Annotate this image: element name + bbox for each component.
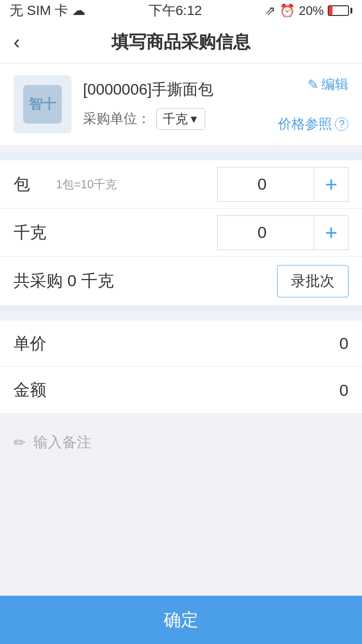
product-image: 智十: [14, 75, 71, 133]
pencil-icon: ✏: [14, 434, 26, 451]
kg-input[interactable]: [217, 215, 314, 250]
unit-select[interactable]: 千克 ▾: [156, 108, 205, 130]
unit-value: 千克: [163, 111, 188, 127]
pack-control: +: [217, 167, 348, 202]
batch-button[interactable]: 录批次: [277, 265, 348, 297]
remark-placeholder: 输入备注: [33, 433, 91, 452]
kg-plus-button[interactable]: +: [314, 215, 348, 250]
amount-row: 金额 0: [0, 367, 362, 413]
product-card: 智十 [0000006]手撕面包 采购单位： 千克 ▾ ✎ 编辑 价格参照 ?: [0, 64, 362, 145]
pack-sub: 1包=10千克: [56, 177, 217, 192]
unit-price-value: 0: [339, 334, 348, 353]
amount-label: 金额: [14, 379, 46, 401]
summary-row: 共采购 0 千克 录批次: [0, 257, 362, 305]
kg-label: 千克: [14, 222, 52, 244]
amount-value: 0: [339, 381, 348, 400]
status-time: 下午6:12: [149, 1, 202, 20]
content-spacer: [0, 464, 362, 609]
pack-plus-button[interactable]: +: [314, 167, 348, 202]
back-button[interactable]: ‹: [14, 31, 20, 53]
pack-row: 包 1包=10千克 +: [0, 160, 362, 209]
unit-price-row: 单价 0: [0, 321, 362, 367]
edit-icon: ✎: [307, 77, 319, 93]
chevron-down-icon: ▾: [191, 112, 197, 126]
price-ref-label: 价格参照: [278, 115, 332, 133]
status-right: ⇗ ⏰ 20%: [265, 3, 352, 18]
status-left: 无 SIM 卡 ☁: [10, 1, 85, 20]
remark-section[interactable]: ✏ 输入备注: [0, 421, 362, 464]
sim-label: 无 SIM 卡 ☁: [10, 1, 85, 20]
info-icon: ?: [335, 117, 348, 131]
confirm-button[interactable]: 确定: [0, 596, 362, 644]
summary-text: 共采购 0 千克: [14, 270, 114, 292]
edit-label: 编辑: [321, 75, 348, 94]
price-section: 单价 0 金额 0: [0, 321, 362, 413]
nav-bar: ‹ 填写商品采购信息: [0, 21, 362, 64]
input-section: 包 1包=10千克 + 千克 +: [0, 160, 362, 257]
edit-button[interactable]: ✎ 编辑: [307, 75, 348, 94]
unit-label: 采购单位：: [83, 110, 151, 128]
product-brand-logo: 智十: [23, 85, 62, 124]
pack-input[interactable]: [217, 167, 314, 202]
location-icon: ⇗: [265, 3, 276, 18]
confirm-label: 确定: [164, 608, 198, 632]
section-divider-2: [0, 305, 362, 313]
kg-row: 千克 +: [0, 209, 362, 257]
page-title: 填写商品采购信息: [111, 30, 251, 54]
unit-price-label: 单价: [14, 333, 46, 355]
kg-control: +: [217, 215, 348, 250]
section-divider-1: [0, 153, 362, 160]
alarm-icon: ⏰: [279, 3, 295, 18]
price-ref-button[interactable]: 价格参照 ?: [278, 115, 348, 133]
pack-label: 包: [14, 173, 52, 196]
status-bar: 无 SIM 卡 ☁ 下午6:12 ⇗ ⏰ 20%: [0, 0, 362, 21]
battery-percent: 20%: [299, 3, 324, 18]
battery-indicator: [328, 5, 352, 16]
